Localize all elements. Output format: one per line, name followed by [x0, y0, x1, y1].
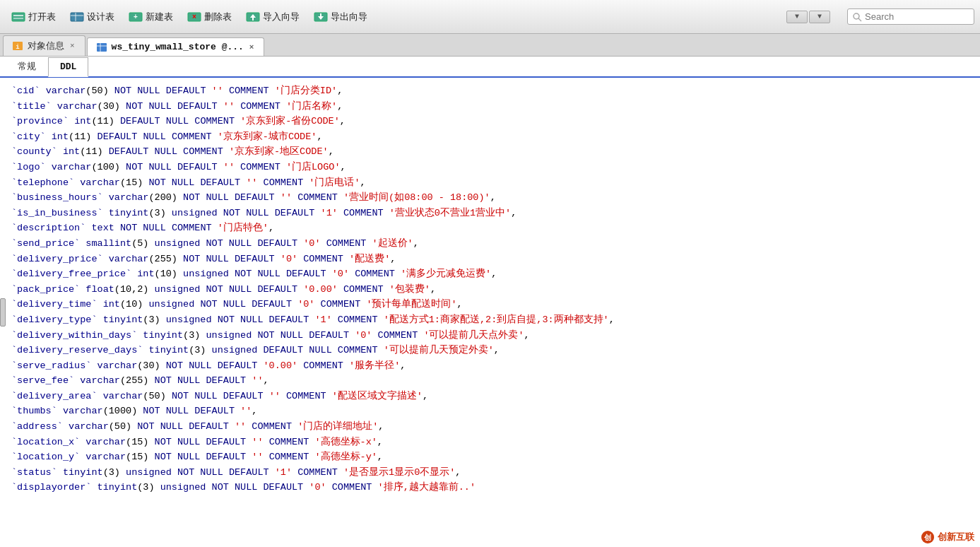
open-table-icon: [11, 11, 25, 23]
logo-icon: 创: [921, 530, 935, 544]
resize-handle[interactable]: [0, 298, 6, 327]
svg-text:×: ×: [192, 13, 196, 20]
svg-rect-3: [71, 13, 83, 21]
ddl-line: `serve_fee` varchar(255) NOT NULL DEFAUL…: [11, 373, 969, 389]
ddl-line: `province` int(11) DEFAULT NULL COMMENT …: [11, 114, 969, 129]
export-icon: [314, 11, 328, 23]
open-table-button[interactable]: 打开表: [6, 8, 61, 26]
ddl-line: `delivery_time` int(10) unsigned NOT NUL…: [11, 297, 969, 312]
search-input[interactable]: [865, 11, 964, 22]
import-icon: [246, 11, 260, 23]
ddl-line: `delivery_within_days` tinyint(3) unsign…: [11, 328, 969, 343]
svg-rect-0: [12, 13, 25, 21]
svg-text:+: +: [134, 13, 138, 20]
sub-tab-ddl[interactable]: DDL: [48, 57, 88, 77]
nav-left-arrow[interactable]: ▼: [786, 11, 808, 23]
ddl-line: `delivery_type` tinyint(3) unsigned NOT …: [11, 312, 969, 328]
ddl-line: `send_price` smallint(5) unsigned NOT NU…: [11, 236, 969, 252]
tab-close-object-info[interactable]: ×: [69, 42, 76, 50]
svg-line-15: [858, 18, 861, 21]
toolbar: 打开表 设计表 + 新建表 × 删除表 导入向导: [0, 0, 980, 34]
ddl-line: `status` tinyint(3) unsigned NOT NULL DE…: [11, 465, 969, 481]
tabs-bar: i 对象信息 × ws_tiny_wmall_store @... ×: [0, 34, 980, 57]
ddl-line: `displayorder` tinyint(3) unsigned NOT N…: [11, 480, 969, 495]
nav-arrows: ▼ ▼: [786, 11, 830, 23]
sub-tabs: 常规 DDL: [0, 57, 980, 78]
export-button[interactable]: 导出向导: [308, 8, 373, 26]
table-icon: [96, 42, 107, 52]
info-icon: i: [12, 41, 23, 51]
svg-rect-18: [97, 43, 107, 52]
svg-text:创: 创: [923, 534, 931, 542]
ddl-line: `city` int(11) DEFAULT NULL COMMENT '京东到…: [11, 129, 969, 145]
ddl-line: `thumbs` varchar(1000) NOT NULL DEFAULT …: [11, 404, 969, 419]
ddl-line: `delivery_price` varchar(255) NOT NULL D…: [11, 252, 969, 267]
ddl-line: `description` text NOT NULL COMMENT '门店特…: [11, 220, 969, 236]
svg-rect-2: [13, 18, 23, 19]
search-box: [847, 8, 974, 25]
ddl-line: `address` varchar(50) NOT NULL DEFAULT '…: [11, 419, 969, 435]
main-content[interactable]: `cid` varchar(50) NOT NULL DEFAULT '' CO…: [0, 78, 980, 547]
ddl-code: `cid` varchar(50) NOT NULL DEFAULT '' CO…: [11, 83, 969, 495]
new-table-button[interactable]: + 新建表: [123, 8, 179, 26]
tab-object-info[interactable]: i 对象信息 ×: [3, 35, 85, 56]
ddl-line: `delivery_reserve_days` tinyint(3) unsig…: [11, 343, 969, 358]
ddl-line: `title` varchar(30) NOT NULL DEFAULT '' …: [11, 99, 969, 114]
ddl-line: `logo` varchar(100) NOT NULL DEFAULT '' …: [11, 160, 969, 175]
ddl-line: `location_y` varchar(15) NOT NULL DEFAUL…: [11, 449, 969, 465]
new-table-icon: +: [129, 11, 143, 23]
ddl-line: `serve_radius` varchar(30) NOT NULL DEFA…: [11, 358, 969, 374]
nav-right-arrow[interactable]: ▼: [809, 11, 830, 23]
svg-text:i: i: [16, 44, 20, 51]
tab-close-ws-tiny[interactable]: ×: [248, 43, 256, 52]
delete-table-icon: ×: [187, 11, 201, 23]
ddl-line: `is_in_business` tinyint(3) unsigned NOT…: [11, 206, 969, 221]
ddl-line: `telephone` varchar(15) NOT NULL DEFAULT…: [11, 175, 969, 191]
design-table-icon: [70, 11, 84, 23]
svg-rect-1: [13, 15, 23, 16]
tab-ws-tiny[interactable]: ws_tiny_wmall_store @... ×: [87, 37, 265, 56]
ddl-line: `county` int(11) DEFAULT NULL COMMENT '京…: [11, 144, 969, 160]
ddl-line: `location_x` varchar(15) NOT NULL DEFAUL…: [11, 435, 969, 450]
search-icon: [852, 12, 862, 22]
svg-point-14: [854, 13, 859, 19]
ddl-line: `pack_price` float(10,2) unsigned NOT NU…: [11, 282, 969, 298]
design-table-button[interactable]: 设计表: [64, 8, 120, 26]
sub-tab-general[interactable]: 常规: [6, 56, 48, 77]
ddl-line: `delivery_area` varchar(50) NOT NULL DEF…: [11, 389, 969, 404]
delete-table-button[interactable]: × 删除表: [182, 8, 237, 26]
ddl-line: `delivery_free_price` int(10) unsigned N…: [11, 266, 969, 282]
ddl-line: `business_hours` varchar(200) NOT NULL D…: [11, 190, 969, 206]
import-button[interactable]: 导入向导: [240, 8, 305, 26]
ddl-line: `cid` varchar(50) NOT NULL DEFAULT '' CO…: [11, 83, 969, 99]
bottom-logo: 创 创新互联: [921, 530, 974, 544]
